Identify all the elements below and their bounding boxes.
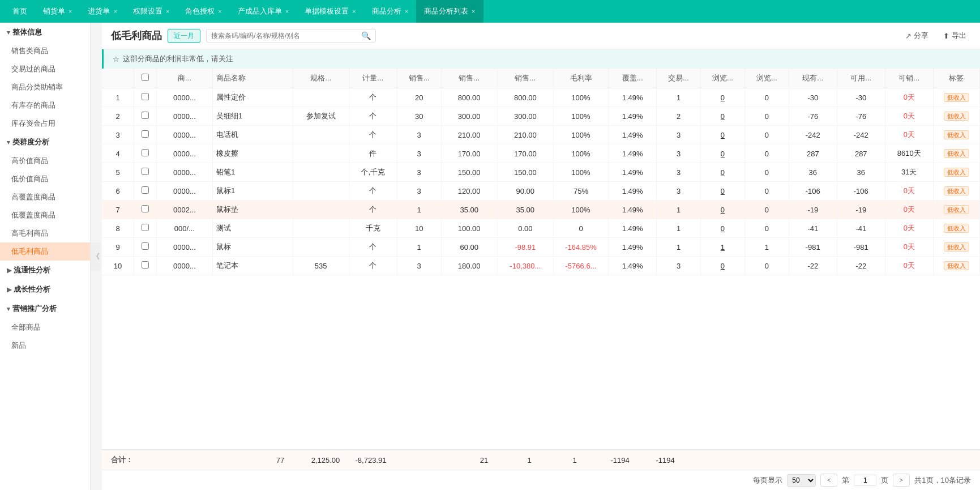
row-checkbox[interactable] — [142, 168, 149, 175]
sidebar-item-category-sales-rate[interactable]: 商品分类助销率 — [0, 78, 90, 96]
row-checkbox[interactable] — [142, 186, 149, 194]
row-view1[interactable]: 0 — [701, 219, 745, 238]
view1-link[interactable]: 0 — [721, 206, 725, 214]
row-checkbox[interactable] — [142, 242, 149, 250]
th-gross-rate[interactable]: 毛利率 — [553, 69, 608, 88]
per-page-select[interactable]: 50 100 200 — [787, 474, 816, 487]
select-all-checkbox[interactable] — [142, 74, 149, 81]
close-icon[interactable]: × — [285, 8, 289, 15]
view1-link[interactable]: 0 — [721, 112, 725, 121]
row-checkbox[interactable] — [142, 130, 149, 138]
filter-period-button[interactable]: 近一月 — [168, 29, 200, 43]
prev-page-button[interactable]: ＜ — [820, 474, 837, 487]
row-checkbox-cell[interactable] — [134, 201, 157, 219]
row-checkbox-cell[interactable] — [134, 88, 157, 107]
sidebar-group-cluster[interactable]: ▾ 类群度分析 — [0, 133, 90, 152]
row-view1[interactable]: 0 — [701, 88, 745, 107]
th-view1[interactable]: 浏览... — [701, 69, 745, 88]
th-name[interactable]: 商品名称 — [212, 69, 293, 88]
th-sellable-days[interactable]: 可销... — [885, 69, 933, 88]
sidebar-group-circulation[interactable]: ▶ 流通性分析 — [0, 261, 90, 280]
sidebar-item-sales-products[interactable]: 销售类商品 — [0, 42, 90, 60]
view1-link[interactable]: 0 — [721, 131, 725, 139]
search-input[interactable] — [211, 32, 361, 40]
view1-link[interactable]: 0 — [721, 262, 725, 270]
nav-product-analysis[interactable]: 商品分析 × — [364, 0, 416, 23]
row-checkbox-cell[interactable] — [134, 126, 157, 144]
search-icon[interactable]: 🔍 — [361, 31, 371, 40]
nav-sales-order[interactable]: 销货单 × — [35, 0, 80, 23]
th-cover-rate[interactable]: 覆盖... — [609, 69, 657, 88]
sidebar-group-overall[interactable]: ▾ 整体信息 — [0, 23, 90, 42]
sidebar-item-inventory-capital[interactable]: 库存资金占用 — [0, 114, 90, 133]
nav-role-auth[interactable]: 角色授权 × — [177, 0, 229, 23]
th-spec[interactable]: 规格... — [293, 69, 349, 88]
view1-link[interactable]: 0 — [721, 224, 725, 233]
row-checkbox-cell[interactable] — [134, 238, 157, 257]
row-checkbox-cell[interactable] — [134, 144, 157, 163]
th-view2[interactable]: 浏览... — [744, 69, 789, 88]
sidebar-item-all-products[interactable]: 全部商品 — [0, 318, 90, 336]
sidebar-item-high-value[interactable]: 高价值商品 — [0, 152, 90, 170]
th-sale-amt[interactable]: 销售... — [497, 69, 553, 88]
row-checkbox[interactable] — [142, 93, 149, 100]
sidebar-item-in-stock-products[interactable]: 有库存的商品 — [0, 96, 90, 114]
sidebar-item-high-margin[interactable]: 高毛利商品 — [0, 224, 90, 242]
row-checkbox-cell[interactable] — [134, 219, 157, 238]
row-checkbox-cell[interactable] — [134, 107, 157, 126]
th-tag[interactable]: 标签 — [933, 69, 979, 88]
nav-product-analysis-list[interactable]: 商品分析列表 × — [416, 0, 483, 23]
th-sale-price[interactable]: 销售... — [441, 69, 497, 88]
sidebar-item-low-coverage[interactable]: 低覆盖度商品 — [0, 206, 90, 224]
nav-home[interactable]: 首页 — [5, 0, 35, 23]
nav-purchase-order[interactable]: 进货单 × — [80, 0, 125, 23]
th-current-stock[interactable]: 现有... — [789, 69, 837, 88]
share-button[interactable]: ↗ 分享 — [901, 28, 933, 43]
row-checkbox[interactable] — [142, 149, 149, 156]
sidebar-item-new-products[interactable]: 新品 — [0, 336, 90, 355]
row-view1[interactable]: 0 — [701, 163, 745, 182]
nav-permission[interactable]: 权限设置 × — [125, 0, 177, 23]
th-available-stock[interactable]: 可用... — [837, 69, 885, 88]
row-view1[interactable]: 0 — [701, 182, 745, 201]
sidebar-item-low-margin[interactable]: 低毛利商品 — [0, 242, 90, 261]
close-icon[interactable]: × — [352, 8, 356, 15]
th-sale-qty[interactable]: 销售... — [397, 69, 441, 88]
th-trade-count[interactable]: 交易... — [657, 69, 701, 88]
close-icon[interactable]: × — [472, 8, 475, 15]
sidebar-item-traded-products[interactable]: 交易过的商品 — [0, 60, 90, 78]
nav-product-inbound[interactable]: 产成品入库单 × — [230, 0, 297, 23]
close-icon[interactable]: × — [113, 8, 117, 15]
th-code[interactable]: 商... — [156, 69, 212, 88]
view1-link[interactable]: 0 — [721, 168, 725, 177]
row-view1[interactable]: 0 — [701, 107, 745, 126]
row-view1[interactable]: 0 — [701, 201, 745, 219]
row-checkbox[interactable] — [142, 261, 149, 269]
row-checkbox[interactable] — [142, 205, 149, 212]
row-checkbox[interactable] — [142, 224, 149, 231]
row-view1[interactable]: 0 — [701, 257, 745, 275]
close-icon[interactable]: × — [405, 8, 408, 15]
view1-link[interactable]: 0 — [721, 150, 725, 158]
export-button[interactable]: ⬆ 导出 — [939, 28, 971, 43]
view1-link[interactable]: 0 — [721, 93, 725, 102]
view1-link[interactable]: 0 — [721, 187, 725, 195]
row-view1[interactable]: 0 — [701, 144, 745, 163]
view1-link[interactable]: 1 — [721, 243, 725, 252]
row-view1[interactable]: 0 — [701, 126, 745, 144]
sidebar-item-high-coverage[interactable]: 高覆盖度商品 — [0, 188, 90, 206]
th-unit[interactable]: 计量... — [349, 69, 397, 88]
row-checkbox-cell[interactable] — [134, 257, 157, 275]
sidebar-group-growth[interactable]: ▶ 成长性分析 — [0, 280, 90, 299]
row-view1[interactable]: 1 — [701, 238, 745, 257]
row-checkbox[interactable] — [142, 112, 149, 119]
sidebar-group-marketing[interactable]: ▾ 营销推广分析 — [0, 299, 90, 318]
sidebar-item-low-value[interactable]: 低价值商品 — [0, 170, 90, 188]
close-icon[interactable]: × — [166, 8, 169, 15]
close-icon[interactable]: × — [69, 8, 72, 15]
sidebar-collapse-button[interactable]: 《 — [91, 242, 101, 271]
next-page-button[interactable]: ＞ — [893, 474, 910, 487]
row-checkbox-cell[interactable] — [134, 182, 157, 201]
nav-template-settings[interactable]: 单据模板设置 × — [297, 0, 363, 23]
row-checkbox-cell[interactable] — [134, 163, 157, 182]
